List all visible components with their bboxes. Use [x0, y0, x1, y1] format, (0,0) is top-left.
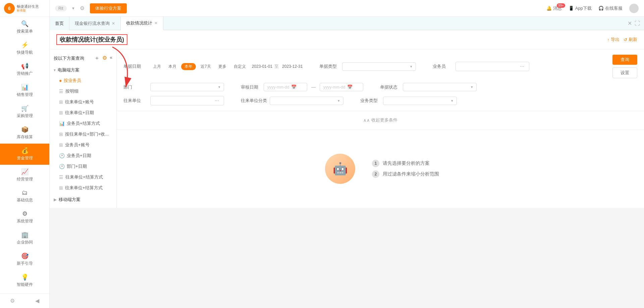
tab-fullscreen-icon[interactable]: ⛶ [635, 20, 640, 27]
online-service-item[interactable]: 🎧 在线客服 [598, 5, 623, 11]
salesperson-select[interactable]: ··· [455, 62, 529, 71]
empty-steps: 1 请先选择要分析的方案 2 用过滤条件来缩小分析范围 [372, 160, 439, 178]
app-download-item[interactable]: 📱 App下载 [569, 5, 592, 11]
sidebar-item-quicknav[interactable]: ⚡ 快捷导航 [0, 38, 49, 59]
user-avatar[interactable] [629, 4, 639, 13]
dept-chevron: ▾ [218, 85, 220, 89]
topbar: Rit ▾ ⚙ 体验行业方案 🔔 消息 99+ 📱 App下载 🎧 在线客服 [50, 0, 644, 17]
shortcut-custom[interactable]: 自定义 [231, 63, 249, 70]
sidebar: 6 畅捷通好生意 标准版 🔍 搜索菜单 ⚡ 快捷导航 📢 营销推广 📊 销 [0, 0, 50, 308]
scheme-collapse-icon[interactable]: « [110, 55, 112, 62]
salesperson-label: 业务员 [433, 63, 453, 69]
scheme-item-salesperson-settlement[interactable]: 📊 业务员+结算方式 [50, 118, 116, 129]
dept-select[interactable]: ▾ [150, 83, 224, 91]
refresh-button[interactable]: ↺ 刷新 [624, 37, 637, 43]
step2-num: 2 [372, 170, 379, 178]
sidebar-item-guide[interactable]: 🎯 新手引导 [0, 249, 49, 270]
sidebar-settings-btn[interactable]: ⚙ [10, 298, 15, 304]
date-label: 单据日期 [123, 63, 144, 69]
sidebar-item-purchase[interactable]: 🛒 采购管理 [0, 101, 49, 122]
collapse-button[interactable]: ∧∧ 收起更多条件 [363, 114, 397, 126]
date-shortcut-group: 上月 本月 本年 近7天 更多 自定义 2023-01-01 至 2023-12… [150, 63, 303, 70]
shortcut-more[interactable]: 更多 [216, 63, 229, 70]
shortcut-this-month[interactable]: 本月 [166, 63, 179, 70]
filter-actions: 查询 设置 [612, 55, 637, 78]
salesperson-scheme-icon: ● [59, 78, 62, 83]
scheme-item-salesperson[interactable]: ● 按业务员 [50, 75, 116, 86]
quicknav-icon: ⚡ [21, 41, 29, 49]
sidebar-item-inventory[interactable]: 📦 库存核算 [0, 122, 49, 144]
scheme-item-salesperson-date[interactable]: 🕐 业务员+日期 [50, 150, 116, 161]
scheme-item-salesperson-account[interactable]: ⊞ 业务员+账号 [50, 140, 116, 150]
tab-collection[interactable]: 收款情况统计 ✕ [121, 17, 163, 30]
desktop-scheme-group: ▾ 电脑端方案 ● 按业务员 ☰ 按明细 ⊞ 往 [50, 65, 116, 193]
shortcut-last-month[interactable]: 上月 [150, 63, 164, 70]
counterpart-select[interactable]: ··· [150, 96, 224, 105]
sidebar-item-base[interactable]: 🗂 基础信息 [0, 186, 49, 207]
doc-type-select[interactable]: ▾ [342, 62, 416, 71]
download-icon: 📱 [569, 6, 574, 11]
trial-btn[interactable]: 体验行业方案 [90, 3, 127, 13]
filter-panel: 单据日期 上月 本月 本年 近7天 更多 自定义 2023-01-01 至 [117, 49, 644, 111]
scheme-item-dept-date[interactable]: 🕐 部门+日期 [50, 161, 116, 172]
logo-icon: 6 [4, 3, 15, 14]
bcd-scheme-icon: ⊞ [59, 132, 63, 137]
sidebar-item-marketing[interactable]: 📢 营销推广 [0, 59, 49, 80]
tab-collection-close[interactable]: ✕ [154, 21, 158, 25]
filter-wrap: 单据日期 上月 本月 本年 近7天 更多 自定义 2023-01-01 至 [117, 49, 644, 130]
hardware-icon: 💡 [21, 273, 29, 281]
counterpart-category-select[interactable]: ▾ [270, 97, 343, 105]
tab-bank[interactable]: 现金银行流水查询 ✕ [69, 17, 121, 30]
notification-item[interactable]: 🔔 消息 99+ [546, 5, 562, 11]
sidebar-footer: ⚙ ◀ [0, 293, 49, 308]
scheme-item-counterpart-date[interactable]: ⊞ 往来单位+日期 [50, 107, 116, 118]
scheme-item-counterpart-account[interactable]: ⊞ 往来单位+账号 [50, 97, 116, 107]
sidebar-item-finance[interactable]: 💰 资金管理 [0, 144, 49, 165]
tab-bank-close[interactable]: ✕ [112, 21, 115, 26]
cs2-scheme-icon: ⊞ [59, 185, 63, 191]
tab-close-all-icon[interactable]: ✕ [628, 20, 632, 27]
audit-date-start[interactable]: yyyy-mm-dd 📅 [264, 83, 307, 91]
sidebar-item-corp[interactable]: 🏢 企业协同 [0, 228, 49, 249]
export-button[interactable]: ↑ 导出 [607, 37, 620, 43]
doc-status-select[interactable]: ▾ [403, 83, 477, 91]
scheme-item-by-counterpart-dept[interactable]: ⊞ 按往来单位+部门+收... [50, 129, 116, 140]
desktop-group-title[interactable]: ▾ 电脑端方案 [50, 65, 116, 75]
system-icon: ⚙ [22, 210, 28, 217]
date-range-separator: 至 [274, 63, 279, 69]
scheme-item-cs1[interactable]: ☰ 往来单位+结算方式 [50, 172, 116, 183]
query-button[interactable]: 查询 [612, 55, 637, 65]
cal-end-icon: 📅 [347, 85, 353, 90]
scheme-item-detail[interactable]: ☰ 按明细 [50, 86, 116, 97]
dept-label: 部门 [123, 84, 144, 90]
audit-date-end[interactable]: yyyy-mm-dd 📅 [320, 83, 363, 91]
salesperson-more-icon[interactable]: ··· [519, 63, 526, 69]
doc-type-chevron: ▾ [410, 64, 412, 69]
collapse-icon: ∧∧ [363, 118, 370, 123]
counterpart-more-icon[interactable]: ··· [213, 98, 220, 104]
purchase-icon: 🛒 [21, 105, 29, 112]
topbar-gear-icon[interactable]: ⚙ [80, 5, 85, 11]
tabs-actions: ✕ ⛶ [628, 20, 644, 27]
mobile-group-title[interactable]: ▶ 移动端方案 [50, 195, 116, 205]
set-button[interactable]: 设置 [612, 67, 637, 78]
sidebar-item-search[interactable]: 🔍 搜索菜单 [0, 17, 49, 38]
sidebar-item-operations[interactable]: 📈 经营管理 [0, 165, 49, 186]
empty-state: 🤖 1 请先选择要分析的方案 2 用过滤条件来缩小分析范围 [117, 130, 644, 208]
sidebar-item-sales[interactable]: 📊 销售管理 [0, 80, 49, 101]
service-icon: 🎧 [598, 6, 604, 11]
topbar-dropdown-arrow[interactable]: ▾ [72, 6, 74, 11]
scheme-add-icon[interactable]: ＋ [94, 55, 100, 62]
shortcut-7days[interactable]: 近7天 [198, 63, 214, 70]
sidebar-item-hardware[interactable]: 💡 智能硬件 [0, 270, 49, 291]
empty-illustration: 🤖 [322, 150, 359, 187]
sidebar-collapse-btn[interactable]: ◀ [35, 298, 39, 304]
scheme-item-cs2[interactable]: ⊞ 往来单位+结算方式 [50, 183, 116, 193]
scheme-settings-icon[interactable]: ⚙ [102, 55, 107, 62]
tab-home[interactable]: 首页 [50, 17, 69, 30]
biz-type-select[interactable]: ▾ [383, 97, 457, 105]
shortcut-this-year[interactable]: 本年 [181, 63, 196, 70]
counterpart-label: 往来单位 [123, 98, 144, 104]
sidebar-item-system[interactable]: ⚙ 系统管理 [0, 207, 49, 228]
mobile-scheme-group: ▶ 移动端方案 [50, 195, 116, 205]
